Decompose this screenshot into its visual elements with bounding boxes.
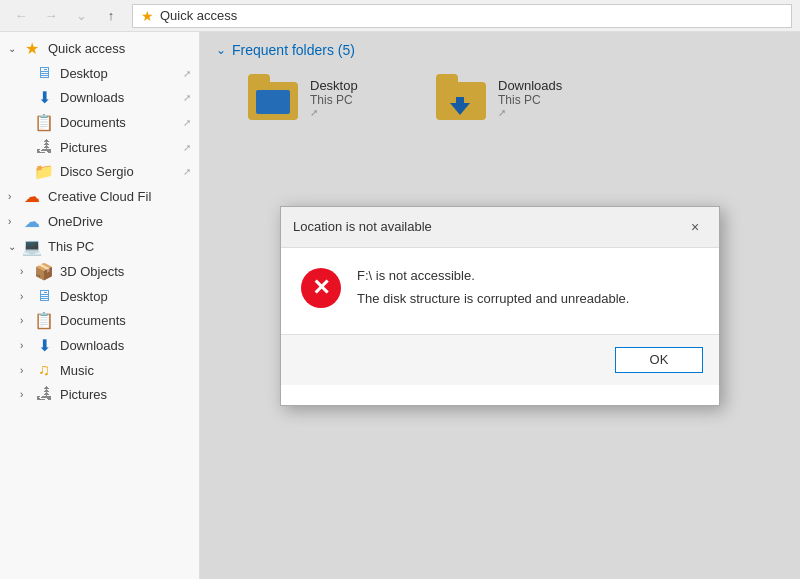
pin-icon: ➚	[183, 68, 191, 79]
onedrive-icon: ☁	[22, 212, 42, 231]
modal-text: F:\ is not accessible. The disk structur…	[357, 268, 699, 306]
recent-button[interactable]: ⌄	[68, 3, 94, 29]
modal-body: ✕ F:\ is not accessible. The disk struct…	[281, 248, 719, 318]
sidebar-item-quick-access[interactable]: ⌄ ★ Quick access	[0, 36, 199, 61]
sidebar-label-this-pc: This PC	[48, 239, 191, 254]
modal-title: Location is not available	[293, 219, 432, 234]
sidebar-label-desktop2: Desktop	[60, 289, 191, 304]
modal-sub-message: The disk structure is corrupted and unre…	[357, 291, 699, 306]
forward-button[interactable]: →	[38, 3, 64, 29]
sidebar-item-documents[interactable]: 📋 Documents ➚	[0, 110, 199, 135]
chevron-right-icon2: ›	[8, 216, 22, 227]
chevron-right-icon5: ›	[20, 315, 34, 326]
creative-cloud-icon: ☁	[22, 187, 42, 206]
star-icon: ★	[141, 8, 154, 24]
folder-icon: 📁	[34, 162, 54, 181]
pictures2-icon: 🏞	[34, 385, 54, 403]
error-dialog: Location is not available × ✕ F:\ is not…	[280, 206, 720, 406]
nav-buttons: ← → ⌄ ↑	[8, 3, 124, 29]
chevron-down-icon2: ⌄	[8, 241, 22, 252]
sidebar-label-3d-objects: 3D Objects	[60, 264, 191, 279]
sidebar-label-pictures2: Pictures	[60, 387, 191, 402]
this-pc-icon: 💻	[22, 237, 42, 256]
sidebar-item-music[interactable]: › ♫ Music	[0, 358, 199, 382]
sidebar-label-quick-access: Quick access	[48, 41, 191, 56]
error-icon: ✕	[301, 268, 341, 308]
sidebar-item-pictures2[interactable]: › 🏞 Pictures	[0, 382, 199, 406]
chevron-right-icon4: ›	[20, 291, 34, 302]
sidebar-item-creative-cloud[interactable]: › ☁ Creative Cloud Fil	[0, 184, 199, 209]
chevron-right-icon8: ›	[20, 389, 34, 400]
desktop-icon: 🖥	[34, 64, 54, 82]
main-layout: ⌄ ★ Quick access 🖥 Desktop ➚ ⬇ Downloads…	[0, 32, 800, 579]
sidebar-label-music: Music	[60, 363, 191, 378]
sidebar-item-downloads2[interactable]: › ⬇ Downloads	[0, 333, 199, 358]
pin-icon5: ➚	[183, 166, 191, 177]
chevron-right-icon: ›	[8, 191, 22, 202]
sidebar-label-downloads: Downloads	[60, 90, 179, 105]
sidebar-item-desktop[interactable]: 🖥 Desktop ➚	[0, 61, 199, 85]
3d-objects-icon: 📦	[34, 262, 54, 281]
content-area: ⌄ Frequent folders (5) Desktop This PC ➚	[200, 32, 800, 579]
sidebar-label-pictures: Pictures	[60, 140, 179, 155]
chevron-down-icon: ⌄	[8, 43, 22, 54]
sidebar-item-3d-objects[interactable]: › 📦 3D Objects	[0, 259, 199, 284]
pin-icon4: ➚	[183, 142, 191, 153]
chevron-right-icon6: ›	[20, 340, 34, 351]
downloads-icon: ⬇	[34, 88, 54, 107]
chevron-right-icon7: ›	[20, 365, 34, 376]
pictures-icon: 🏞	[34, 138, 54, 156]
sidebar-label-documents: Documents	[60, 115, 179, 130]
documents2-icon: 📋	[34, 311, 54, 330]
modal-close-button[interactable]: ×	[683, 215, 707, 239]
address-bar[interactable]: ★ Quick access	[132, 4, 792, 28]
desktop2-icon: 🖥	[34, 287, 54, 305]
pin-icon3: ➚	[183, 117, 191, 128]
documents-icon: 📋	[34, 113, 54, 132]
music-icon: ♫	[34, 361, 54, 379]
sidebar-item-disco-sergio[interactable]: 📁 Disco Sergio ➚	[0, 159, 199, 184]
quickaccess-icon: ★	[22, 39, 42, 58]
title-bar: ← → ⌄ ↑ ★ Quick access	[0, 0, 800, 32]
sidebar-label-documents2: Documents	[60, 313, 191, 328]
sidebar-label-onedrive: OneDrive	[48, 214, 191, 229]
modal-overlay: Location is not available × ✕ F:\ is not…	[200, 32, 800, 579]
pin-icon2: ➚	[183, 92, 191, 103]
sidebar-item-downloads[interactable]: ⬇ Downloads ➚	[0, 85, 199, 110]
error-symbol: ✕	[312, 275, 330, 301]
downloads2-icon: ⬇	[34, 336, 54, 355]
sidebar-item-this-pc[interactable]: ⌄ 💻 This PC	[0, 234, 199, 259]
modal-main-message: F:\ is not accessible.	[357, 268, 699, 283]
modal-ok-button[interactable]: OK	[615, 347, 703, 373]
chevron-right-icon3: ›	[20, 266, 34, 277]
sidebar-item-onedrive[interactable]: › ☁ OneDrive	[0, 209, 199, 234]
sidebar-label-downloads2: Downloads	[60, 338, 191, 353]
sidebar-label-creative-cloud: Creative Cloud Fil	[48, 189, 191, 204]
sidebar-label-disco-sergio: Disco Sergio	[60, 164, 179, 179]
modal-footer: OK	[281, 334, 719, 385]
back-button[interactable]: ←	[8, 3, 34, 29]
sidebar-item-desktop2[interactable]: › 🖥 Desktop	[0, 284, 199, 308]
sidebar: ⌄ ★ Quick access 🖥 Desktop ➚ ⬇ Downloads…	[0, 32, 200, 579]
modal-title-bar: Location is not available ×	[281, 207, 719, 248]
address-text: Quick access	[160, 8, 237, 23]
sidebar-item-documents2[interactable]: › 📋 Documents	[0, 308, 199, 333]
sidebar-label-desktop: Desktop	[60, 66, 179, 81]
sidebar-item-pictures[interactable]: 🏞 Pictures ➚	[0, 135, 199, 159]
up-button[interactable]: ↑	[98, 3, 124, 29]
